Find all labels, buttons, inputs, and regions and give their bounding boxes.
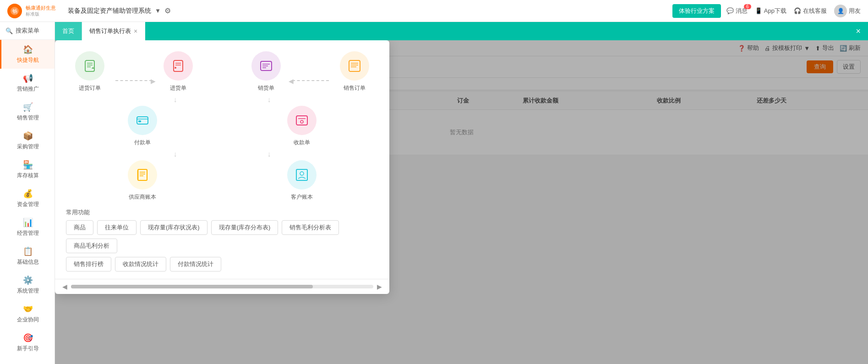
- sales-slip-icon: [251, 51, 281, 81]
- system-settings-btn[interactable]: ⚙: [164, 6, 171, 15]
- online-service-btn[interactable]: 🎧 在线客服: [794, 7, 827, 15]
- sidebar-item-quick-nav[interactable]: 🏠 快捷导航: [0, 40, 55, 69]
- flow-item-receipt-slip[interactable]: 收款单: [287, 106, 317, 147]
- sidebar-item-inventory[interactable]: 🏪 库存核算: [0, 155, 55, 184]
- common-btn-6[interactable]: 销售排行榜: [66, 257, 111, 272]
- common-section: 常用功能 商品 往来单位 现存量(库存状况表) 现存量(库存分布表) 销售毛利分…: [55, 208, 389, 279]
- common-btn-5[interactable]: 商品毛利分析: [66, 239, 117, 253]
- app-wrapper: 畅 畅康通好生意 标准版 装备及固定资产辅助管理系统 ▼ ⚙ 体验行业方案 💬 …: [0, 0, 868, 364]
- svg-text:畅: 畅: [12, 8, 17, 14]
- app-download-btn[interactable]: 📱 App下载: [755, 7, 786, 15]
- message-icon: 💬: [726, 7, 734, 14]
- flow-item-supplier-ledger[interactable]: 供应商账本: [128, 160, 157, 201]
- svg-rect-20: [138, 120, 141, 122]
- sidebar-item-label: 基础信息: [17, 258, 39, 266]
- scroll-thumb: [71, 285, 313, 288]
- sidebar-item-marketing[interactable]: 📢 营销推广: [0, 69, 55, 98]
- common-btn-7[interactable]: 收款情况统计: [115, 257, 166, 272]
- tab-close-btn[interactable]: ×: [134, 27, 137, 35]
- svg-rect-18: [137, 117, 148, 124]
- sidebar-item-label: 快捷导航: [17, 56, 39, 64]
- user-menu[interactable]: 👤 用友: [834, 5, 861, 17]
- money-icon: 💰: [23, 189, 33, 199]
- scroll-bar-area: ◀ ▶: [55, 279, 389, 294]
- sidebar-item-purchase[interactable]: 📦 采购管理: [0, 126, 55, 155]
- search-menu-btn[interactable]: 🔍 搜索菜单: [0, 22, 55, 40]
- gear-icon: ⚙️: [23, 275, 33, 285]
- store-icon: 🏪: [23, 160, 33, 170]
- common-btn-3[interactable]: 现存量(库存分布表): [211, 220, 278, 235]
- message-btn[interactable]: 💬 消息 6: [726, 7, 748, 15]
- common-btn-4[interactable]: 销售毛利分析表: [282, 220, 339, 235]
- cart-icon: 🛒: [23, 102, 33, 112]
- sidebar-item-label: 库存核算: [17, 172, 39, 179]
- sales-order-label: 销售订单: [344, 84, 366, 92]
- receipt-slip-icon: [287, 106, 317, 135]
- phone-icon: 📱: [755, 7, 762, 14]
- box-icon: 📦: [23, 131, 33, 141]
- svg-rect-29: [296, 169, 307, 180]
- system-name: 装备及固定资产辅助管理系统: [68, 7, 151, 15]
- common-btn-2[interactable]: 现存量(库存状况表): [140, 220, 207, 235]
- svg-point-9: [175, 67, 176, 69]
- logo-icon: 畅: [7, 4, 22, 18]
- tab-sales-order-exec[interactable]: 销售订单执行表 ×: [82, 22, 145, 40]
- search-icon: 🔍: [5, 27, 13, 34]
- avatar: 👤: [834, 5, 847, 17]
- clipboard-icon: 📋: [23, 246, 33, 256]
- sidebar-item-label: 新手引导: [17, 345, 39, 353]
- flow-item-purchase-order[interactable]: 进货订单: [75, 51, 104, 92]
- customer-ledger-label: 客户账本: [291, 193, 313, 201]
- common-btn-0[interactable]: 商品: [66, 220, 93, 235]
- purchase-slip-label: 进货单: [170, 84, 186, 92]
- trial-btn[interactable]: 体验行业方案: [672, 4, 721, 18]
- top-header: 畅 畅康通好生意 标准版 装备及固定资产辅助管理系统 ▼ ⚙ 体验行业方案 💬 …: [0, 0, 868, 22]
- sidebar-item-label: 系统管理: [17, 287, 39, 295]
- system-dropdown-btn[interactable]: ▼: [155, 7, 161, 14]
- scroll-left-btn[interactable]: ◀: [62, 283, 67, 290]
- scroll-right-btn[interactable]: ▶: [377, 283, 382, 290]
- message-badge: 6: [744, 4, 751, 9]
- common-title: 常用功能: [66, 208, 378, 217]
- sidebar: 🔍 搜索菜单 🏠 快捷导航 📢 营销推广 🛒 销售管理 📦 采购管理 🏪: [0, 22, 55, 364]
- headset-icon: 🎧: [794, 7, 801, 14]
- purchase-order-label: 进货订单: [79, 84, 101, 92]
- purchase-slip-icon: [164, 51, 193, 81]
- svg-rect-6: [174, 60, 183, 71]
- flow-item-payment-slip[interactable]: 付款单: [128, 106, 157, 147]
- modal-box: 进货订单 ▶: [55, 40, 389, 294]
- svg-rect-25: [137, 170, 139, 179]
- content-area: 首页 销售订单执行表 × × ❓ 帮助 🖨: [55, 22, 868, 364]
- payment-slip-icon: [128, 106, 157, 135]
- sidebar-item-newbie[interactable]: 🎯 新手引导: [0, 328, 55, 357]
- sidebar-item-label: 采购管理: [17, 143, 39, 151]
- common-buttons-row2: 销售排行榜 收款情况统计 付款情况统计: [66, 257, 378, 272]
- svg-point-23: [300, 120, 303, 123]
- megaphone-icon: 📢: [23, 73, 33, 83]
- tab-home[interactable]: 首页: [55, 22, 82, 40]
- supplier-ledger-label: 供应商账本: [129, 193, 156, 201]
- sidebar-item-system[interactable]: ⚙️ 系统管理: [0, 271, 55, 299]
- common-btn-1[interactable]: 往来单位: [97, 220, 136, 235]
- sidebar-item-finance[interactable]: 💰 资金管理: [0, 184, 55, 213]
- sidebar-item-label: 营销推广: [17, 85, 39, 93]
- supplier-ledger-icon: [128, 160, 157, 190]
- flow-item-purchase-slip[interactable]: 进货单: [164, 51, 193, 92]
- chart-icon: 📊: [23, 217, 33, 228]
- logo-text: 畅康通好生意 标准版: [26, 5, 56, 17]
- scroll-track[interactable]: [71, 285, 373, 288]
- tab-sales-order-exec-label: 销售订单执行表: [89, 27, 131, 35]
- tab-bar-collapse-btn[interactable]: ×: [848, 27, 868, 36]
- flow-item-customer-ledger[interactable]: 客户账本: [287, 160, 317, 201]
- logo-area: 畅 畅康通好生意 标准版: [7, 4, 62, 18]
- sidebar-item-label: 经营管理: [17, 229, 39, 237]
- sidebar-item-sales[interactable]: 🛒 销售管理: [0, 98, 55, 126]
- target-icon: 🎯: [23, 333, 33, 343]
- common-btn-8[interactable]: 付款情况统计: [170, 257, 221, 272]
- sidebar-item-basic[interactable]: 📋 基础信息: [0, 242, 55, 271]
- sidebar-item-operation[interactable]: 📊 经营管理: [0, 213, 55, 242]
- flow-item-sales-slip[interactable]: 销货单: [251, 51, 281, 92]
- main-area: 🔍 搜索菜单 🏠 快捷导航 📢 营销推广 🛒 销售管理 📦 采购管理 🏪: [0, 22, 868, 364]
- flow-item-sales-order[interactable]: 销售订单: [340, 51, 369, 92]
- sidebar-item-enterprise[interactable]: 🤝 企业协同: [0, 299, 55, 328]
